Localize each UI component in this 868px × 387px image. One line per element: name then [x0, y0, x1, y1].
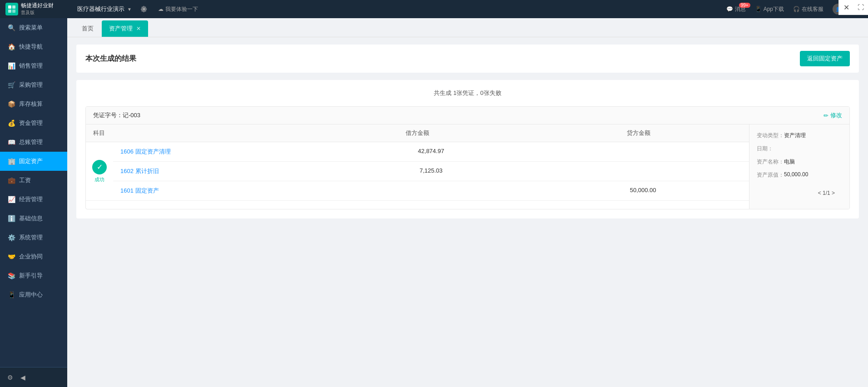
tab-home[interactable]: 首页 — [74, 20, 101, 37]
company-name: 医疗器械行业演示 — [77, 5, 124, 13]
table-row-0: 1606 固定资产清理 42,874.97 — [113, 142, 749, 162]
change-type-value: 资产清理 — [784, 132, 806, 139]
app-name: 畅捷通好业财 — [21, 2, 54, 10]
table-rows: 1606 固定资产清理 42,874.97 1602 累计折旧 7,125.03… — [113, 142, 749, 200]
col-debit: 借方金额 — [307, 124, 528, 142]
sidebar-label-search: 搜索菜单 — [19, 24, 43, 32]
voucher-edit-button[interactable]: ✏ 修改 — [823, 111, 842, 119]
sidebar-item-enterprise[interactable]: 🤝 企业协同 — [0, 247, 67, 266]
sidebar-label-operations: 经营管理 — [19, 195, 43, 203]
voucher-right-panel: 变动类型： 资产清理 日期： 资产名称： 电脑 — [749, 124, 849, 209]
sidebar-item-sales[interactable]: 📊 销售管理 — [0, 56, 67, 75]
sidebar-collapse-btn[interactable]: ◀ — [20, 374, 25, 381]
quick-nav-icon: 🏠 — [7, 43, 15, 51]
row-credit-1 — [537, 162, 749, 181]
page-title: 本次生成的结果 — [85, 54, 136, 64]
sales-icon: 📊 — [7, 62, 15, 70]
sidebar-item-search[interactable]: 🔍 搜索菜单 — [0, 18, 67, 37]
payroll-icon: 💼 — [7, 176, 15, 184]
change-type-label: 变动类型： — [757, 132, 784, 139]
original-value-value: 50,000.00 — [784, 171, 808, 178]
table-row-wrapper: ✓ 成功 1606 固定资产清理 42,874.97 1602 累计折旧 7,1… — [86, 142, 749, 201]
online-service-btn[interactable]: 🎧 在线客服 — [793, 5, 823, 13]
row-credit-0 — [537, 142, 749, 161]
sidebar-item-system[interactable]: ⚙️ 系统管理 — [0, 228, 67, 247]
message-badge: 99+ — [739, 3, 750, 8]
sidebar-footer: ⚙ ◀ — [0, 367, 67, 387]
table-row-1: 1602 累计折旧 7,125.03 — [113, 162, 749, 181]
inventory-icon: 📦 — [7, 100, 15, 108]
basic-info-icon: ℹ️ — [7, 214, 15, 223]
row-subject-1[interactable]: 1602 累计折旧 — [113, 162, 325, 181]
sidebar-label-payroll: 工资 — [19, 176, 31, 184]
headset-icon: 🎧 — [793, 6, 800, 12]
voucher-table: 科目 借方金额 贷方金额 ✓ 成功 — [86, 124, 749, 209]
page-header: 本次生成的结果 返回固定资产 — [76, 45, 859, 73]
sidebar-item-quick-nav[interactable]: 🏠 快捷导航 — [0, 37, 67, 56]
settings-icon[interactable] — [137, 2, 151, 16]
sidebar-item-fund[interactable]: 💰 资金管理 — [0, 114, 67, 133]
sidebar-item-purchase[interactable]: 🛒 采购管理 — [0, 75, 67, 94]
svg-rect-3 — [12, 10, 15, 13]
sidebar-label-inventory: 库存核算 — [19, 100, 43, 108]
sidebar-item-ledger[interactable]: 📖 总账管理 — [0, 133, 67, 152]
app-download-btn[interactable]: 📱 App下载 — [755, 5, 784, 13]
app-center-icon: 📱 — [7, 291, 15, 299]
sidebar-item-basic-info[interactable]: ℹ️ 基础信息 — [0, 209, 67, 228]
svg-rect-1 — [12, 5, 15, 9]
asset-name-item: 资产名称： 电脑 — [757, 158, 842, 166]
app-download-icon: 📱 — [755, 6, 762, 12]
col-credit: 贷方金额 — [528, 124, 749, 142]
asset-name-value: 电脑 — [784, 158, 795, 166]
sidebar-label-ledger: 总账管理 — [19, 138, 43, 146]
sidebar-settings-btn[interactable]: ⚙ — [7, 374, 13, 381]
date-label: 日期： — [757, 145, 784, 153]
sidebar-item-fixed-assets[interactable]: 🏢 固定资产 — [0, 152, 67, 171]
system-icon: ⚙️ — [7, 233, 15, 242]
row-credit-2: 50,000.00 — [537, 181, 749, 200]
main-layout: 🔍 搜索菜单 🏠 快捷导航 📊 销售管理 🛒 采购管理 📦 库存核算 💰 资金管… — [0, 18, 868, 387]
row-subject-0[interactable]: 1606 固定资产清理 — [113, 142, 325, 161]
svg-rect-2 — [8, 10, 11, 13]
row-subject-2[interactable]: 1601 固定资产 — [113, 181, 325, 200]
row-debit-2 — [325, 181, 537, 200]
change-type-item: 变动类型： 资产清理 — [757, 132, 842, 139]
row-debit-0: 42,874.97 — [325, 142, 537, 161]
sidebar-item-guide[interactable]: 📚 新手引导 — [0, 266, 67, 285]
pagination-text[interactable]: < 1/1 > — [818, 190, 835, 196]
sidebar-item-operations[interactable]: 📈 经营管理 — [0, 190, 67, 209]
fund-icon: 💰 — [7, 119, 15, 127]
tab-close-asset-mgmt[interactable]: ✕ — [136, 25, 141, 32]
experience-btn[interactable]: ☁ 我要体验一下 — [158, 5, 198, 13]
message-btn[interactable]: 💬 消息 99+ — [726, 5, 746, 13]
sidebar-label-basic-info: 基础信息 — [19, 214, 43, 223]
fixed-assets-icon: 🏢 — [7, 157, 15, 165]
table-header: 科目 借方金额 贷方金额 — [86, 124, 749, 142]
svg-rect-0 — [8, 5, 11, 9]
app-version: 普及版 — [21, 10, 54, 16]
cloud-icon: ☁ — [158, 6, 164, 12]
sidebar-label-sales: 销售管理 — [19, 62, 43, 70]
edit-icon: ✏ — [823, 112, 828, 119]
chevron-down-icon: ▼ — [127, 7, 132, 12]
sidebar-label-fixed-assets: 固定资产 — [19, 157, 43, 165]
pagination: < 1/1 > — [757, 184, 842, 202]
search-icon: 🔍 — [7, 24, 15, 32]
table-row-2: 1601 固定资产 50,000.00 — [113, 181, 749, 200]
sidebar-item-payroll[interactable]: 💼 工资 — [0, 171, 67, 190]
enterprise-icon: 🤝 — [7, 253, 15, 261]
sidebar-item-app-center[interactable]: 📱 应用中心 — [0, 285, 67, 304]
asset-name-label: 资产名称： — [757, 158, 784, 166]
company-selector[interactable]: 医疗器械行业演示 ▼ — [74, 3, 135, 15]
sidebar-item-inventory[interactable]: 📦 库存核算 — [0, 94, 67, 114]
sidebar-label-fund: 资金管理 — [19, 119, 43, 127]
logo-icon — [5, 3, 18, 15]
date-item: 日期： — [757, 145, 842, 153]
sidebar-label-guide: 新手引导 — [19, 272, 43, 280]
original-value-label: 资产原值： — [757, 171, 784, 179]
tab-asset-mgmt[interactable]: 资产管理✕ — [102, 20, 148, 37]
success-text: 成功 — [94, 176, 104, 183]
return-button[interactable]: 返回固定资产 — [800, 51, 850, 66]
tab-bar: 首页资产管理✕ — [67, 18, 868, 37]
message-icon: 💬 — [726, 6, 733, 12]
